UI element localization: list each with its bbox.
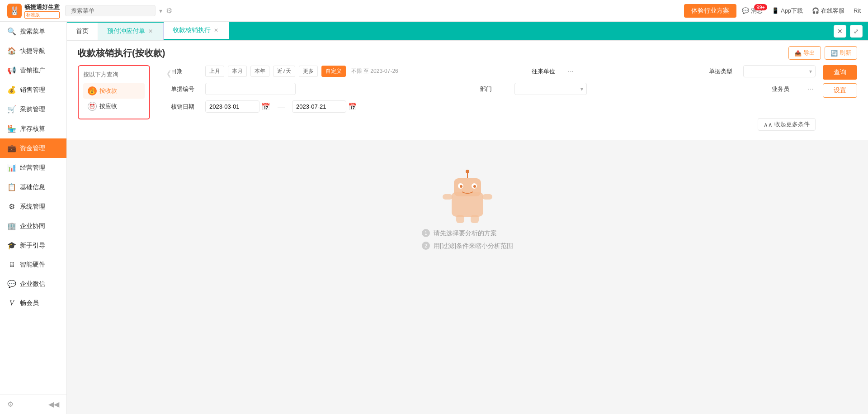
writeoff-date-to-group: 📅 <box>292 100 357 113</box>
svg-point-4 <box>460 185 462 188</box>
export-button[interactable]: 📤 导出 <box>788 46 821 60</box>
counterpart-label: 往来单位 <box>532 67 559 76</box>
search-dropdown-icon[interactable]: ▾ <box>159 7 162 14</box>
empty-robot-illustration <box>440 167 495 221</box>
tab-prepay-match[interactable]: 预付冲应付单 ✕ <box>98 23 164 40</box>
svg-point-7 <box>466 170 469 173</box>
sidebar-item-quick-nav[interactable]: 🏠 快捷导航 <box>0 41 66 61</box>
sidebar-item-corp[interactable]: 🏢 企业协同 <box>0 216 66 236</box>
sidebar-label-search-menu: 搜索菜单 <box>20 28 45 36</box>
sidebar-item-sales[interactable]: 💰 销售管理 <box>0 80 66 100</box>
tab-expand-btn[interactable]: ⤢ <box>850 25 863 38</box>
filter-option-by-receivable[interactable]: ⏰ 按应收 <box>83 99 145 114</box>
tab-home[interactable]: 首页 <box>67 23 98 40</box>
filter-right: 日期 上月 本月 本年 近7天 更多 自定义 不限 至 2023-07-26 <box>171 65 857 134</box>
finance-icon: 💼 <box>7 144 16 152</box>
sidebar-item-member[interactable]: V 畅会员 <box>0 294 66 313</box>
top-search-area: ▾ ⚙ <box>65 5 679 16</box>
settings-icon[interactable]: ⚙ <box>166 6 172 15</box>
staff-ellipsis[interactable]: ··· <box>806 85 816 93</box>
dept-select[interactable] <box>514 83 587 95</box>
hint-num-1: 1 <box>422 229 430 237</box>
sidebar-item-system[interactable]: ⚙ 系统管理 <box>0 197 66 216</box>
date-btn-custom[interactable]: 自定义 <box>321 66 346 77</box>
page-title: 收款核销执行(按收款) <box>78 47 165 59</box>
query-button[interactable]: 查询 <box>823 65 857 80</box>
date-btn-7days[interactable]: 近7天 <box>273 66 295 77</box>
writeoff-date-from-cal[interactable]: 📅 <box>261 102 270 111</box>
filter-left-panel: 按以下方查询 💰 按收款 ⏰ 按应收 <box>78 65 150 119</box>
sidebar-item-hardware[interactable]: 🖥 智能硬件 <box>0 255 66 274</box>
sidebar-label-member: 畅会员 <box>20 299 39 307</box>
tab-receipt-writeoff[interactable]: 收款核销执行 ✕ <box>164 22 229 40</box>
sidebar-item-purchase[interactable]: 🛒 采购管理 <box>0 100 66 119</box>
dept-select-wrapper <box>514 83 587 95</box>
top-bar: 🐰 畅捷通好生意 标准版 ▾ ⚙ 体验行业方案 💬 消息 99+ 📱 App下载… <box>0 0 868 22</box>
empty-hints: 1 请先选择要分析的方案 2 用[过滤]条件来缩小分析范围 <box>422 227 513 252</box>
by-receipt-icon: 💰 <box>88 86 97 95</box>
panel-collapse-btn[interactable]: 《 <box>161 65 171 80</box>
date-btn-last-month[interactable]: 上月 <box>205 66 224 77</box>
tab-home-label: 首页 <box>76 27 89 35</box>
collapse-more-btn[interactable]: ∧∧ 收起更多条件 <box>758 118 816 131</box>
sidebar-item-inventory[interactable]: 🏪 库存核算 <box>0 119 66 138</box>
sidebar-item-guide[interactable]: 🎓 新手引导 <box>0 236 66 255</box>
refresh-button[interactable]: 🔄 刷新 <box>825 46 857 60</box>
message-btn[interactable]: 💬 消息 99+ <box>742 7 763 15</box>
counterpart-ellipsis[interactable]: ··· <box>566 67 576 76</box>
writeoff-date-to-cal[interactable]: 📅 <box>348 102 357 111</box>
sidebar-item-finance[interactable]: 💼 资金管理 <box>0 138 66 158</box>
date-btn-this-year[interactable]: 本年 <box>250 66 269 77</box>
member-icon: V <box>7 299 16 307</box>
marketing-icon: 📢 <box>7 66 16 75</box>
sidebar-item-search-menu[interactable]: 🔍 搜索菜单 <box>0 22 66 41</box>
hardware-icon: 🖥 <box>7 261 16 269</box>
top-actions: 💬 消息 99+ 📱 App下载 🎧 在线客服 Rit <box>742 7 861 15</box>
empty-state: 1 请先选择要分析的方案 2 用[过滤]条件来缩小分析范围 <box>67 167 868 252</box>
main-content: 首页 预付冲应付单 ✕ 收款核销执行 ✕ ✕ ⤢ 收款核销执行(按收款) <box>67 22 868 414</box>
by-receivable-label: 按应收 <box>99 102 117 110</box>
filter-option-by-receipt[interactable]: 💰 按收款 <box>83 83 145 99</box>
export-icon: 📤 <box>794 50 802 57</box>
tab-prepay-match-close[interactable]: ✕ <box>147 28 154 35</box>
filter-row-date: 日期 上月 本月 本年 近7天 更多 自定义 不限 至 2023-07-26 <box>171 65 816 77</box>
sidebar-label-hardware: 智能硬件 <box>20 261 45 269</box>
tab-close-btn[interactable]: ✕ <box>834 25 846 38</box>
date-btn-this-month[interactable]: 本月 <box>228 66 247 77</box>
sidebar-collapse-icon[interactable]: ◀◀ <box>48 400 59 409</box>
inventory-icon: 🏪 <box>7 124 16 133</box>
download-icon: 📱 <box>772 7 779 14</box>
sidebar-item-wechat[interactable]: 💬 企业微信 <box>0 274 66 294</box>
sidebar-settings-icon[interactable]: ⚙ <box>7 400 14 409</box>
app-download-btn[interactable]: 📱 App下载 <box>772 7 803 15</box>
filter-rows-group: 日期 上月 本月 本年 近7天 更多 自定义 不限 至 2023-07-26 <box>171 65 816 134</box>
docno-input[interactable] <box>205 83 296 95</box>
page-actions: 📤 导出 🔄 刷新 <box>788 46 857 60</box>
tab-receipt-writeoff-close[interactable]: ✕ <box>212 27 220 34</box>
sidebar-item-marketing[interactable]: 📢 营销推广 <box>0 61 66 80</box>
online-service-btn[interactable]: 🎧 在线客服 <box>812 7 844 15</box>
doc-type-select[interactable] <box>743 65 816 77</box>
sidebar-label-finance: 资金管理 <box>20 144 45 152</box>
industry-btn[interactable]: 体验行业方案 <box>684 4 736 18</box>
empty-hint-1: 请先选择要分析的方案 <box>434 227 497 239</box>
sidebar-label-quick-nav: 快捷导航 <box>20 47 45 55</box>
user-avatar[interactable]: Rit <box>854 7 861 14</box>
sidebar-item-operation[interactable]: 📊 经营管理 <box>0 158 66 177</box>
sidebar-item-basic-info[interactable]: 📋 基础信息 <box>0 177 66 197</box>
sidebar-label-corp: 企业协同 <box>20 222 45 230</box>
writeoff-date-label: 核销日期 <box>171 103 198 111</box>
date-separator: — <box>278 103 285 111</box>
writeoff-date-from[interactable] <box>205 100 259 113</box>
sidebar-label-basic-info: 基础信息 <box>20 183 45 191</box>
setting-button[interactable]: 设置 <box>823 83 857 98</box>
sidebar-label-operation: 经营管理 <box>20 164 45 172</box>
sales-icon: 💰 <box>7 86 16 94</box>
date-btn-more[interactable]: 更多 <box>299 66 318 77</box>
search-input[interactable] <box>65 5 156 16</box>
writeoff-date-to[interactable] <box>292 100 346 113</box>
svg-point-5 <box>473 185 476 188</box>
basic-info-icon: 📋 <box>7 183 16 191</box>
doc-type-select-wrapper <box>743 65 816 77</box>
tab-prepay-match-label: 预付冲应付单 <box>107 27 145 35</box>
